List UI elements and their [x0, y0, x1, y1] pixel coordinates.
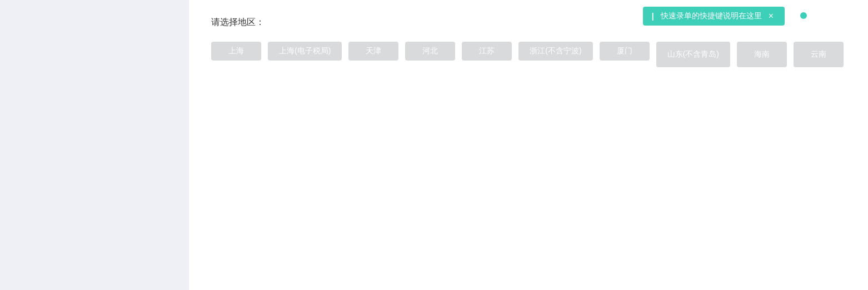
region-row-2: 山东(不含青岛) 海南 云南	[656, 42, 844, 67]
btn-zhejiang[interactable]: 浙江(不含宁波)	[518, 42, 592, 61]
btn-hebei[interactable]: 河北	[405, 42, 455, 61]
btn-shandong[interactable]: 山东(不含青岛)	[656, 42, 730, 67]
tooltip-text: 快速录单的快捷键说明在这里	[661, 11, 762, 21]
btn-xiamen[interactable]: 厦门	[600, 42, 650, 61]
main-content: 请选择地区： 上海 上海(电子税局) 天津 河北 江苏 浙江(不含宁波) 厦门 …	[189, 0, 868, 290]
region-buttons: 上海 上海(电子税局) 天津 河北 江苏 浙江(不含宁波) 厦门 山东(不含青岛…	[211, 42, 846, 67]
btn-tianjin[interactable]: 天津	[348, 42, 398, 61]
sidebar	[0, 0, 189, 290]
btn-shanghai[interactable]: 上海	[211, 42, 261, 61]
region-row-1: 上海 上海(电子税局) 天津 河北 江苏 浙江(不含宁波) 厦门	[211, 42, 650, 61]
btn-yunnan[interactable]: 云南	[794, 42, 844, 67]
btn-hainan[interactable]: 海南	[737, 42, 787, 67]
tooltip-banner: 快速录单的快捷键说明在这里 ×	[643, 7, 785, 26]
btn-shanghai-etax[interactable]: 上海(电子税局)	[268, 42, 342, 61]
tooltip-close-button[interactable]: ×	[766, 11, 776, 21]
btn-jiangsu[interactable]: 江苏	[462, 42, 512, 61]
tooltip-dot	[800, 12, 807, 19]
